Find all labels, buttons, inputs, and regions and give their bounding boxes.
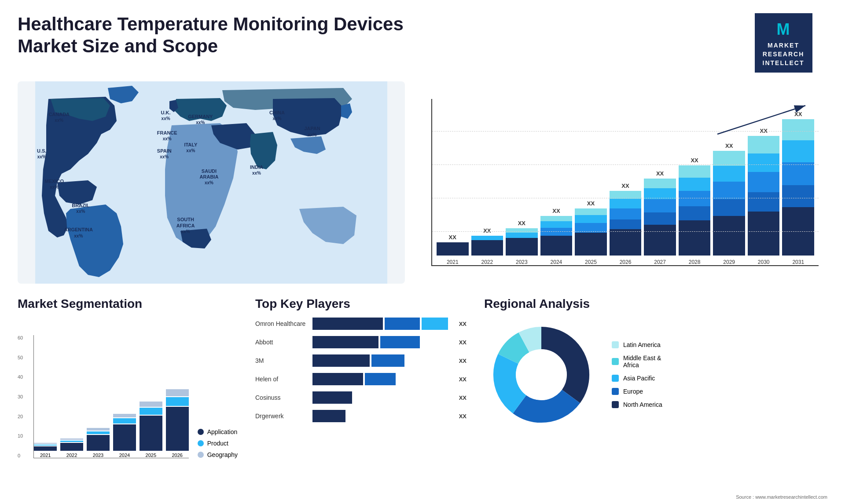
segmentation-section: Market Segmentation 60 50 40 30 20 10 0 xyxy=(18,297,238,499)
player-bar-abbott xyxy=(312,336,452,348)
reg-legend-mea: Middle East &Africa xyxy=(612,354,662,369)
reg-legend-apac: Asia Pacific xyxy=(612,375,662,382)
bar-2021: XX 2021 xyxy=(437,234,469,265)
svg-point-8 xyxy=(516,350,566,400)
legend-application: Application xyxy=(198,428,238,435)
seg-bars: 2021 2022 xyxy=(33,335,188,458)
reg-label-mea: Middle East &Africa xyxy=(623,354,661,369)
seg-bar-2021: 2021 xyxy=(34,443,57,458)
player-abbott: Abbott XX xyxy=(255,336,467,348)
y-axis: 60 50 40 30 20 10 0 xyxy=(18,335,25,458)
player-val-3m: XX xyxy=(459,358,467,364)
bar-2030: XX 2030 xyxy=(748,128,780,265)
saudi-label: SAUDIARABIAxx% xyxy=(200,168,219,186)
mexico-label: MEXICOxx% xyxy=(45,179,64,190)
safrica-label: SOUTHAFRICAxx% xyxy=(176,217,195,234)
player-3m: 3M XX xyxy=(255,354,467,367)
bar-2028: XX 2028 xyxy=(679,157,711,265)
regional-legend: Latin America Middle East &Africa Asia P… xyxy=(612,341,662,408)
bar-2023: XX 2023 xyxy=(506,220,538,265)
donut-chart xyxy=(484,318,599,432)
legend-label-application: Application xyxy=(207,428,238,435)
player-name-abbott: Abbott xyxy=(255,339,308,346)
italy-label: ITALYxx% xyxy=(184,142,197,153)
key-players-section: Top Key Players Omron Healthcare XX Abbo… xyxy=(255,297,467,499)
player-name-3m: 3M xyxy=(255,357,308,364)
germany-label: GERMANYxx% xyxy=(188,114,213,125)
player-drgerwerk: Drgerwerk XX xyxy=(255,410,467,422)
reg-dot-na xyxy=(612,401,619,408)
logo-line2: RESEARCH xyxy=(763,51,805,58)
bar-2025: XX 2025 xyxy=(575,200,607,265)
seg-bar-2025: 2025 xyxy=(140,402,162,458)
player-bar-omron xyxy=(312,318,452,330)
seg-bar-2024: 2024 xyxy=(113,414,136,458)
seg-bar-2023: 2023 xyxy=(87,428,110,458)
source-text: Source : www.marketresearchintellect.com xyxy=(736,494,827,500)
svg-line-2 xyxy=(717,106,805,134)
reg-dot-latin xyxy=(612,341,619,348)
player-val-abbott: XX xyxy=(459,339,467,346)
segmentation-title: Market Segmentation xyxy=(18,297,238,311)
reg-legend-latin: Latin America xyxy=(612,341,662,348)
seg-bar-2026: 2026 xyxy=(166,389,189,458)
regional-title: Regional Analysis xyxy=(484,297,827,311)
player-val-omron: XX xyxy=(459,321,467,327)
bar-2029: XX 2029 xyxy=(713,142,745,265)
seg-legend: Application Product Geography xyxy=(198,428,238,458)
legend-dot-product xyxy=(198,440,204,446)
donut-area: Latin America Middle East &Africa Asia P… xyxy=(484,318,827,432)
bar-chart: XX 2021 XX 2022 XX xyxy=(422,81,827,284)
argentina-label: ARGENTINAxx% xyxy=(64,227,93,238)
player-val-helen: XX xyxy=(459,376,467,383)
page-title: Healthcare Temperature Monitoring Device… xyxy=(18,13,414,58)
india-label: INDIAxx% xyxy=(250,164,263,176)
legend-product: Product xyxy=(198,440,238,447)
legend-label-geography: Geography xyxy=(207,451,238,458)
logo-line1: MARKET xyxy=(768,42,799,49)
spain-label: SPAINxx% xyxy=(157,148,172,160)
seg-bar-2022: 2022 xyxy=(60,438,83,458)
reg-label-apac: Asia Pacific xyxy=(623,375,655,382)
trend-arrow xyxy=(713,103,810,139)
logo-area: M MARKET RESEARCH INTELLECT xyxy=(739,13,827,73)
reg-dot-europe xyxy=(612,388,619,395)
legend-dot-geography xyxy=(198,452,204,458)
logo-line3: INTELLECT xyxy=(763,59,805,66)
reg-legend-na: North America xyxy=(612,401,662,408)
player-bar-3m xyxy=(312,354,452,367)
reg-label-na: North America xyxy=(623,401,662,408)
reg-label-latin: Latin America xyxy=(623,341,661,348)
logo-box: M MARKET RESEARCH INTELLECT xyxy=(755,13,812,73)
bar-2022: XX 2022 xyxy=(471,227,503,265)
japan-label: JAPANxx% xyxy=(304,126,320,137)
player-val-drgerwerk: XX xyxy=(459,413,467,420)
legend-label-product: Product xyxy=(207,440,228,447)
legend-geography: Geography xyxy=(198,451,238,458)
player-bar-drgerwerk xyxy=(312,410,452,422)
canada-label: CANADAxx% xyxy=(48,112,70,123)
bar-2026: XX 2026 xyxy=(610,183,642,265)
reg-legend-europe: Europe xyxy=(612,388,662,395)
legend-dot-application xyxy=(198,429,204,435)
bar-2024: XX 2024 xyxy=(540,208,573,265)
player-val-cosinuss: XX xyxy=(459,394,467,401)
player-omron: Omron Healthcare XX xyxy=(255,318,467,330)
player-name-cosinuss: Cosinuss xyxy=(255,394,308,401)
player-bar-cosinuss xyxy=(312,391,452,404)
regional-section: Regional Analysis xyxy=(484,297,827,499)
world-map: CANADAxx% U.S.xx% MEXICOxx% BRAZILxx% AR… xyxy=(18,81,405,284)
key-players-title: Top Key Players xyxy=(255,297,467,311)
china-label: CHINAxx% xyxy=(269,110,285,121)
player-name-omron: Omron Healthcare xyxy=(255,320,308,327)
reg-dot-mea xyxy=(612,358,619,365)
reg-dot-apac xyxy=(612,375,619,382)
reg-label-europe: Europe xyxy=(623,388,643,395)
top-section: CANADAxx% U.S.xx% MEXICOxx% BRAZILxx% AR… xyxy=(0,77,845,288)
player-bar-helen xyxy=(312,373,452,385)
bar-2027: XX 2027 xyxy=(644,170,676,265)
france-label: FRANCExx% xyxy=(157,130,177,142)
brazil-label: BRAZILxx% xyxy=(72,203,89,214)
player-name-helen: Helen of xyxy=(255,376,308,383)
player-name-drgerwerk: Drgerwerk xyxy=(255,413,308,420)
